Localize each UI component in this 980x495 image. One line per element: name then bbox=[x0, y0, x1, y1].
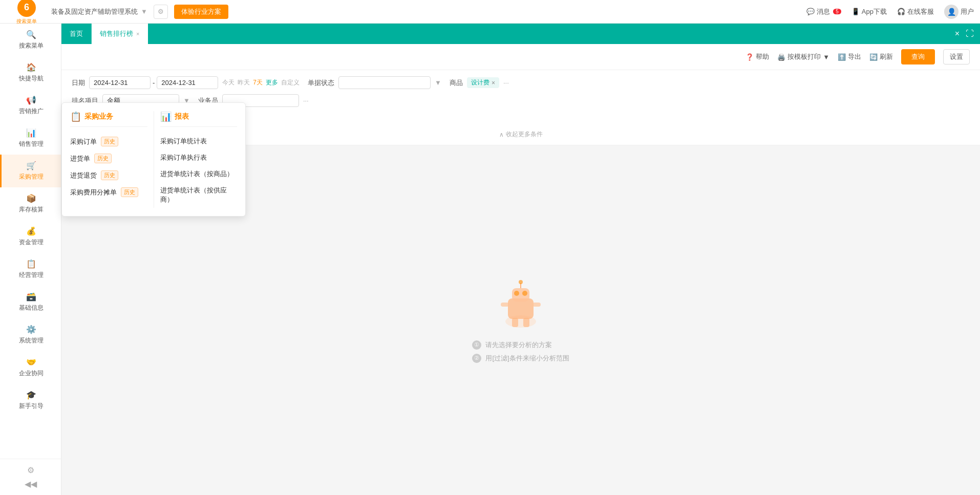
doc-status-input[interactable] bbox=[338, 76, 431, 89]
print-dropdown-icon[interactable]: ▼ bbox=[823, 53, 829, 61]
sidebar-item-inventory[interactable]: 📦 库存核算 bbox=[0, 187, 61, 220]
tab-bar: 首页 销售排行榜 × × ⛶ bbox=[61, 24, 980, 44]
sales-icon: 📊 bbox=[26, 128, 36, 138]
sidebar-item-enterprise[interactable]: 🤝 企业协同 bbox=[0, 351, 61, 384]
newbie-icon: 🎓 bbox=[26, 390, 36, 400]
logo-icon: 6 bbox=[17, 0, 36, 17]
stock-return-label: 进货退货 bbox=[70, 171, 97, 180]
message-btn[interactable]: 💬 消息 5 bbox=[806, 7, 841, 16]
sidebar-collapse-icon[interactable]: ◀◀ bbox=[25, 479, 37, 489]
sidebar-item-operation[interactable]: 📋 经营管理 bbox=[0, 253, 61, 286]
search-icon: 🔍 bbox=[26, 30, 36, 39]
date-range: - bbox=[89, 76, 218, 89]
hint-text-1: 请先选择要分析的方案 bbox=[485, 340, 552, 350]
sidebar-item-system[interactable]: ⚙️ 系统管理 bbox=[0, 318, 61, 351]
settings-button[interactable]: 设置 bbox=[943, 49, 970, 64]
stock-stat-supplier-label: 进货单统计表（按供应商） bbox=[160, 186, 238, 204]
export-icon: ⬆️ bbox=[838, 53, 846, 61]
dropdown-item-stock-stat-goods[interactable]: 进货单统计表（按商品） bbox=[160, 166, 238, 182]
window-max-btn[interactable]: ⛶ bbox=[964, 27, 976, 40]
dropdown-item-stock-return[interactable]: 进货退货 历史 bbox=[70, 167, 147, 184]
collapse-btn[interactable]: ∧ 收起更多条件 bbox=[499, 130, 543, 139]
refresh-btn[interactable]: 🔄 刷新 bbox=[869, 52, 893, 61]
app-download-btn[interactable]: 📱 App下载 bbox=[851, 7, 887, 16]
top-bar: 6 搜索菜单 装备及固定资产辅助管理系统 ▼ ⚙ 体验行业方案 💬 消息 5 📱… bbox=[0, 0, 980, 24]
shortcut-today[interactable]: 今天 bbox=[222, 78, 235, 87]
dropdown-cols: 📋 采购业务 采购订单 历史 进货单 历史 进货退货 历史 采购费用分摊单 bbox=[70, 111, 237, 208]
logo-area: 6 搜索菜单 bbox=[6, 0, 47, 25]
sidebar-label-quicknav: 快捷导航 bbox=[19, 74, 44, 83]
dropdown-item-po-exec[interactable]: 采购订单执行表 bbox=[160, 149, 238, 166]
expense-alloc-history[interactable]: 历史 bbox=[121, 187, 138, 197]
svg-rect-9 bbox=[512, 318, 518, 327]
dropdown-col1-title: 📋 采购业务 bbox=[70, 111, 147, 127]
hint-text-2: 用[过滤]条件来缩小分析范围 bbox=[485, 354, 569, 363]
filter-goods: 商品 设计费 × ··· bbox=[450, 77, 509, 88]
online-service-label: 在线客服 bbox=[907, 7, 934, 16]
tab-sales-rank[interactable]: 销售排行榜 × bbox=[92, 24, 148, 44]
shortcut-7days[interactable]: 7天 bbox=[253, 78, 263, 87]
sidebar-item-search[interactable]: 🔍 搜索菜单 bbox=[0, 24, 61, 56]
sidebar-item-basic[interactable]: 🗃️ 基础信息 bbox=[0, 286, 61, 318]
report-col-icon: 📊 bbox=[160, 111, 172, 122]
help-btn[interactable]: ❓ 帮助 bbox=[745, 52, 769, 61]
print-label: 按模板打印 bbox=[787, 52, 821, 61]
dropdown-item-expense-alloc[interactable]: 采购费用分摊单 历史 bbox=[70, 184, 147, 201]
logo-text: 搜索菜单 bbox=[16, 18, 37, 25]
filter-row-1: 日期 - 今天 昨天 7天 更多 自定义 bbox=[72, 76, 970, 89]
tab-home-label: 首页 bbox=[70, 29, 83, 38]
content-area: 首页 销售排行榜 × × ⛶ ❓ 帮助 🖨️ 按模 bbox=[61, 24, 980, 495]
doc-status-more-icon[interactable]: ▼ bbox=[435, 79, 441, 87]
main-area: 🔍 搜索菜单 🏠 快捷导航 📢 营销推广 📊 销售管理 🛒 采购管理 📦 bbox=[0, 24, 980, 495]
sidebar-item-marketing[interactable]: 📢 营销推广 bbox=[0, 89, 61, 122]
sidebar-label-finance: 资金管理 bbox=[19, 238, 44, 247]
sidebar-settings-icon[interactable]: ⚙ bbox=[27, 465, 34, 475]
home-icon: 🏠 bbox=[26, 62, 36, 72]
dropdown-item-stock-stat-supplier[interactable]: 进货单统计表（按供应商） bbox=[160, 182, 238, 208]
shortcut-yesterday[interactable]: 昨天 bbox=[238, 78, 250, 87]
system-dropdown-icon[interactable]: ▼ bbox=[141, 8, 147, 15]
window-close-btn[interactable]: × bbox=[953, 27, 962, 40]
dropdown-item-stock-in[interactable]: 进货单 历史 bbox=[70, 150, 147, 167]
date-start-input[interactable] bbox=[89, 76, 151, 89]
sidebar-label-search: 搜索菜单 bbox=[19, 41, 44, 50]
tab-close-icon[interactable]: × bbox=[136, 31, 139, 37]
sidebar-item-finance[interactable]: 💰 资金管理 bbox=[0, 220, 61, 253]
top-right: 💬 消息 5 📱 App下载 🎧 在线客服 👤 用户 bbox=[806, 5, 974, 19]
user-btn[interactable]: 👤 用户 bbox=[944, 5, 974, 19]
refresh-icon: 🔄 bbox=[869, 53, 878, 61]
purchase-icon: 🛒 bbox=[26, 161, 36, 170]
shortcut-more[interactable]: 更多 bbox=[266, 78, 278, 87]
export-btn[interactable]: ⬆️ 导出 bbox=[838, 52, 861, 61]
date-separator: - bbox=[153, 79, 155, 87]
shortcut-custom[interactable]: 自定义 bbox=[281, 78, 300, 87]
stock-return-history[interactable]: 历史 bbox=[101, 170, 118, 180]
online-service-btn[interactable]: 🎧 在线客服 bbox=[897, 7, 934, 16]
industry-button[interactable]: 体验行业方案 bbox=[174, 5, 228, 19]
sidebar-label-basic: 基础信息 bbox=[19, 304, 44, 312]
dropdown-item-po-stat[interactable]: 采购订单统计表 bbox=[160, 133, 238, 149]
stock-in-history[interactable]: 历史 bbox=[94, 154, 112, 163]
tab-sales-rank-label: 销售排行榜 bbox=[100, 29, 133, 38]
gear-button[interactable]: ⚙ bbox=[154, 5, 168, 19]
date-end-input[interactable] bbox=[157, 76, 218, 89]
message-icon: 💬 bbox=[806, 8, 815, 15]
sidebar-item-quicknav[interactable]: 🏠 快捷导航 bbox=[0, 56, 61, 89]
goods-more-icon[interactable]: ··· bbox=[503, 79, 509, 87]
stock-stat-goods-label: 进货单统计表（按商品） bbox=[160, 169, 233, 179]
empty-hint-1: ① 请先选择要分析的方案 bbox=[472, 340, 569, 350]
query-button[interactable]: 查询 bbox=[901, 49, 935, 64]
export-label: 导出 bbox=[848, 52, 861, 61]
dropdown-item-purchase-order[interactable]: 采购订单 历史 bbox=[70, 133, 147, 150]
sidebar-item-purchase[interactable]: 🛒 采购管理 bbox=[0, 155, 61, 187]
goods-tag-remove[interactable]: × bbox=[492, 79, 495, 87]
sidebar-label-inventory: 库存核算 bbox=[19, 205, 44, 214]
purchase-order-history[interactable]: 历史 bbox=[101, 137, 118, 146]
sidebar-item-sales[interactable]: 📊 销售管理 bbox=[0, 122, 61, 155]
sidebar-item-newbie[interactable]: 🎓 新手引导 bbox=[0, 384, 61, 417]
tab-home[interactable]: 首页 bbox=[61, 24, 92, 44]
svg-rect-8 bbox=[532, 303, 541, 307]
svg-rect-7 bbox=[501, 303, 509, 307]
print-btn[interactable]: 🖨️ 按模板打印 ▼ bbox=[777, 52, 829, 61]
salesperson-more-icon[interactable]: ··· bbox=[303, 97, 309, 104]
